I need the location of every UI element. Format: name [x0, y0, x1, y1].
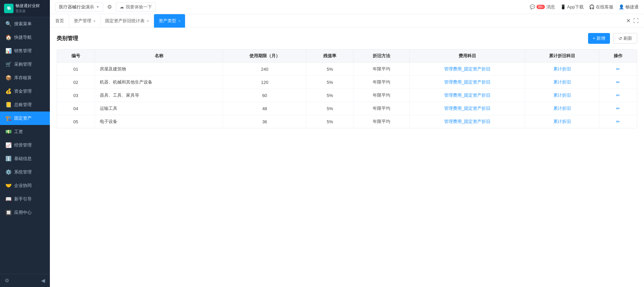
action-cell[interactable]: ✏ [599, 63, 637, 76]
sidebar-item-ledger[interactable]: 📒 总账管理 [0, 98, 50, 111]
search-icon: 🔍 [5, 21, 11, 27]
sidebar-item-purchase[interactable]: 🛒 采购管理 [0, 58, 50, 71]
tab-close-asset-type[interactable]: × [178, 19, 180, 23]
tab-label-depreciation-table: 固定资产折旧统计表 [105, 18, 145, 24]
gear-icon[interactable]: ⚙ [107, 4, 112, 10]
edit-icon-row-2[interactable]: ✏ [616, 93, 620, 98]
cell-method-row-2: 年限平均 [354, 89, 410, 102]
badge-message: 99+ [536, 5, 545, 9]
edit-icon-row-0[interactable]: ✏ [616, 66, 620, 72]
topbar-user[interactable]: 👤 畅捷通 [619, 4, 639, 10]
experience-button[interactable]: ☁ 我要体验一下 [116, 2, 156, 12]
sidebar-item-system[interactable]: ⚙️ 系统管理 [0, 165, 50, 179]
message-label: 消息 [546, 4, 555, 10]
sales-icon: 📊 [5, 48, 11, 54]
sidebar-item-guide[interactable]: 📖 新手引导 [0, 192, 50, 206]
action-cell[interactable]: ✏ [599, 102, 637, 115]
refresh-icon: ↺ [618, 36, 622, 41]
message-icon: 💬 [530, 4, 535, 9]
sidebar-item-operations[interactable]: 📈 经营管理 [0, 138, 50, 152]
sidebar-item-search[interactable]: 🔍 搜索菜单 [0, 17, 50, 31]
table-row: 03器具、工具、家具等605%年限平均管理费用_固定资产折旧累计折旧✏ [57, 89, 637, 102]
basic-info-icon: ℹ️ [5, 156, 11, 162]
selector-arrow-icon: ▼ [96, 5, 99, 9]
logo-title: 畅捷通好业财 [16, 3, 40, 9]
guide-icon: 📖 [5, 196, 11, 202]
sidebar-item-salary[interactable]: 💵 工资 [0, 125, 50, 138]
content-header: 类别管理 + 新增 ↺ 刷新 [57, 33, 637, 44]
tab-close-asset-mgmt[interactable]: × [93, 19, 95, 23]
cell-life-row-3: 48 [223, 102, 306, 115]
sidebar-item-sales[interactable]: 📊 销售管理 [0, 44, 50, 58]
cell-residual-row-4: 5% [306, 115, 354, 128]
action-cell[interactable]: ✏ [599, 89, 637, 102]
ledger-icon: 📒 [5, 102, 11, 108]
cloud-icon: ☁ [120, 4, 124, 9]
online-service-label: 在线客服 [596, 4, 613, 10]
tab-close-depreciation-table[interactable]: × [147, 19, 149, 23]
sidebar-item-enterprise[interactable]: 🤝 企业协同 [0, 179, 50, 192]
sidebar-item-quick-nav[interactable]: 🏠 快捷导航 [0, 31, 50, 44]
table-row: 02机器、机械和其他生产设备1205%年限平均管理费用_固定资产折旧累计折旧✏ [57, 76, 637, 89]
sidebar-item-basic-info[interactable]: ℹ️ 基础信息 [0, 152, 50, 165]
page-title: 类别管理 [57, 35, 78, 42]
sidebar-label-salary: 工资 [14, 129, 23, 135]
close-tab-icon[interactable]: ✕ [626, 18, 631, 24]
new-button[interactable]: + 新增 [588, 33, 610, 44]
col-header-name: 名称 [95, 50, 223, 63]
collapse-icon[interactable]: ◀ [41, 278, 45, 284]
cell-expense-row-0: 管理费用_固定资产折旧 [409, 63, 525, 76]
data-table-container: 编号名称使用期限（月）残值率折旧方法费用科目累计折旧科目操作 01房屋及建筑物2… [57, 49, 637, 128]
tabbar: 首页资产管理×固定资产折旧统计表×资产类型× ✕ ⛶ [50, 14, 644, 28]
settings-icon[interactable]: ⚙ [5, 278, 9, 284]
topbar-message[interactable]: 💬 99+ 消息 [530, 4, 555, 10]
user-label: 畅捷通 [625, 4, 639, 10]
cell-accum-row-0: 累计折旧 [525, 63, 599, 76]
sidebar-label-ledger: 总账管理 [14, 102, 32, 108]
sidebar-label-search: 搜索菜单 [14, 21, 32, 27]
content-area: 类别管理 + 新增 ↺ 刷新 编号名称使用期限（月）残值率折旧方法费用科目累计折… [50, 28, 644, 287]
app-logo: 畅 畅捷通好业财 普及版 [0, 0, 50, 17]
col-header-life: 使用期限（月） [223, 50, 306, 63]
sidebar-item-app-center[interactable]: 🔲 应用中心 [0, 206, 50, 219]
cell-life-row-1: 120 [223, 76, 306, 89]
cell-code-row-0: 01 [57, 63, 95, 76]
action-cell[interactable]: ✏ [599, 76, 637, 89]
content-actions: + 新增 ↺ 刷新 [588, 33, 637, 44]
cell-method-row-1: 年限平均 [354, 76, 410, 89]
sidebar-label-purchase: 采购管理 [14, 61, 32, 67]
tabbar-actions: ✕ ⛶ [626, 18, 639, 24]
table-header: 编号名称使用期限（月）残值率折旧方法费用科目累计折旧科目操作 [57, 50, 637, 63]
table-row: 01房屋及建筑物2405%年限平均管理费用_固定资产折旧累计折旧✏ [57, 63, 637, 76]
cell-expense-row-2: 管理费用_固定资产折旧 [409, 89, 525, 102]
refresh-button[interactable]: ↺ 刷新 [613, 33, 637, 44]
tab-asset-mgmt[interactable]: 资产管理× [69, 14, 100, 28]
edit-icon-row-4[interactable]: ✏ [616, 119, 620, 124]
edit-icon-row-1[interactable]: ✏ [616, 79, 620, 85]
cell-code-row-3: 04 [57, 102, 95, 115]
edit-icon-row-3[interactable]: ✏ [616, 106, 620, 111]
sidebar-item-inventory[interactable]: 📦 库存核算 [0, 71, 50, 85]
cell-residual-row-0: 5% [306, 63, 354, 76]
tab-asset-type[interactable]: 资产类型× [154, 14, 185, 28]
cell-expense-row-3: 管理费用_固定资产折旧 [409, 102, 525, 115]
cell-code-row-1: 02 [57, 76, 95, 89]
sidebar-item-capital[interactable]: 💰 资金管理 [0, 85, 50, 98]
logo-sub: 普及版 [16, 9, 40, 13]
topbar-online-service[interactable]: 🎧 在线客服 [589, 4, 613, 10]
col-header-residual: 残值率 [306, 50, 354, 63]
sidebar-item-fixed-assets[interactable]: 🏗️ 固定资产 [0, 111, 50, 125]
col-header-expense: 费用科目 [409, 50, 525, 63]
company-selector[interactable]: 医疗器械行业演示 ▼ [55, 2, 103, 12]
cell-life-row-2: 60 [223, 89, 306, 102]
action-cell[interactable]: ✏ [599, 115, 637, 128]
tab-label-asset-type: 资产类型 [159, 18, 176, 24]
tab-depreciation-table[interactable]: 固定资产折旧统计表× [100, 14, 154, 28]
sidebar-label-capital: 资金管理 [14, 88, 32, 94]
tab-home[interactable]: 首页 [55, 14, 69, 28]
logo-icon: 畅 [4, 4, 13, 13]
capital-icon: 💰 [5, 88, 11, 94]
sidebar-label-app-center: 应用中心 [14, 210, 32, 216]
expand-icon[interactable]: ⛶ [633, 18, 639, 24]
topbar-app-download[interactable]: 📱 App下载 [560, 4, 584, 10]
